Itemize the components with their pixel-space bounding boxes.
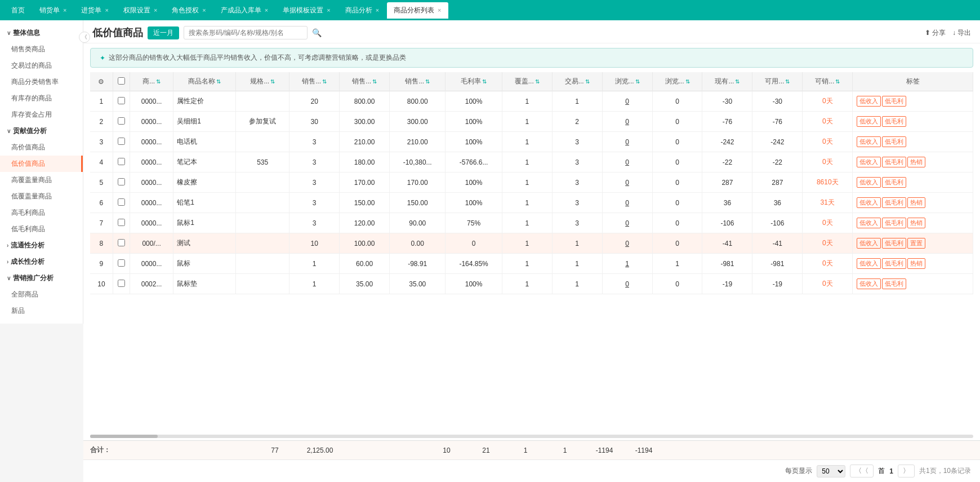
cell-views1[interactable]: 0 [602, 274, 652, 294]
cell-checkbox[interactable] [113, 173, 130, 193]
sidebar-item-low-coverage[interactable]: 低覆盖量商品 [0, 188, 83, 205]
row-checkbox[interactable] [118, 158, 125, 165]
nav-item-permissions[interactable]: 权限设置 × [117, 2, 164, 19]
sidebar-group-contribution[interactable]: ∨ 贡献值分析 [0, 123, 83, 139]
sidebar-item-category-sales[interactable]: 商品分类销售率 [0, 74, 83, 90]
period-button[interactable]: 近一月 [148, 26, 179, 39]
cell-sales-amt: 100.00 [340, 233, 390, 254]
nav-template-close[interactable]: × [327, 7, 330, 14]
cell-views1[interactable]: 0 [602, 91, 652, 112]
views1-link[interactable]: 0 [625, 118, 629, 126]
row-checkbox[interactable] [118, 178, 125, 185]
nav-template-label: 单据模板设置 [283, 6, 323, 15]
cell-sellable: 8610天 [803, 173, 853, 193]
nav-item-analysis-list[interactable]: 商品分析列表 × [387, 2, 448, 19]
cell-checkbox[interactable] [113, 132, 130, 152]
cell-coverage: 1 [502, 152, 552, 173]
nav-item-template[interactable]: 单据模板设置 × [276, 2, 337, 19]
views1-link[interactable]: 0 [625, 138, 629, 146]
sidebar-item-stocked-goods[interactable]: 有库存的商品 [0, 90, 83, 107]
sidebar-item-high-value[interactable]: 高价值商品 [0, 139, 83, 156]
cell-views1[interactable]: 1 [602, 254, 652, 274]
search-icon[interactable]: 🔍 [312, 28, 322, 37]
row-checkbox[interactable] [118, 117, 125, 125]
views1-link[interactable]: 0 [625, 240, 629, 247]
nav-item-roles[interactable]: 角色授权 × [165, 2, 212, 19]
cell-views1[interactable]: 0 [602, 233, 652, 254]
cell-checkbox[interactable] [113, 213, 130, 233]
cell-num: 9 [90, 254, 113, 274]
search-input[interactable] [184, 26, 308, 39]
sidebar-item-high-coverage[interactable]: 高覆盖量商品 [0, 172, 83, 188]
page-size-select[interactable]: 50 100 200 [817, 465, 845, 477]
views1-link[interactable]: 0 [625, 219, 629, 227]
export-button[interactable]: ↓ 导出 [952, 28, 971, 38]
sidebar-item-inventory-funds[interactable]: 库存资金占用 [0, 107, 83, 123]
sidebar-group-circulation[interactable]: › 流通性分析 [0, 237, 83, 254]
cell-checkbox[interactable] [113, 193, 130, 213]
views1-link[interactable]: 0 [625, 199, 629, 207]
horizontal-scrollbar[interactable] [90, 435, 973, 438]
cell-checkbox[interactable] [113, 233, 130, 254]
nav-purchase-close[interactable]: × [105, 7, 108, 14]
tag: 低收入 [857, 136, 881, 147]
nav-item-home[interactable]: 首页 [5, 2, 32, 19]
cell-views1[interactable]: 0 [602, 152, 652, 173]
scrollbar-thumb[interactable] [90, 435, 158, 438]
row-checkbox[interactable] [118, 280, 125, 287]
col-settings[interactable]: ⚙ [90, 72, 113, 91]
cell-checkbox[interactable] [113, 274, 130, 294]
nav-sales-close[interactable]: × [63, 7, 66, 14]
nav-analysis-list-close[interactable]: × [438, 7, 441, 14]
sidebar-item-all-goods[interactable]: 全部商品 [0, 286, 83, 303]
sidebar-group-marketing[interactable]: ∨ 营销推广分析 [0, 270, 83, 286]
cell-coverage: 1 [502, 193, 552, 213]
nav-item-products[interactable]: 产成品入库单 × [214, 2, 275, 19]
sidebar-group-overall[interactable]: ∨ 整体信息 [0, 25, 83, 41]
row-checkbox[interactable] [118, 198, 125, 206]
sidebar-item-low-margin[interactable]: 低毛利商品 [0, 221, 83, 237]
cell-views1[interactable]: 0 [602, 193, 652, 213]
sidebar-item-new-goods[interactable]: 新品 [0, 303, 83, 319]
row-checkbox[interactable] [118, 138, 125, 145]
cell-views1[interactable]: 0 [602, 213, 652, 233]
tag: 低收入 [857, 157, 881, 167]
sidebar-group-growth[interactable]: › 成长性分析 [0, 254, 83, 270]
cell-available: -981 [752, 254, 803, 274]
nav-products-close[interactable]: × [265, 7, 268, 14]
cell-checkbox[interactable] [113, 91, 130, 112]
next-page-button[interactable]: 〉 [898, 465, 915, 477]
sidebar-item-high-margin[interactable]: 高毛利商品 [0, 205, 83, 221]
views1-link[interactable]: 1 [625, 260, 629, 268]
nav-item-analysis[interactable]: 商品分析 × [338, 2, 386, 19]
cell-views1[interactable]: 0 [602, 173, 652, 193]
nav-analysis-close[interactable]: × [376, 7, 379, 14]
views1-link[interactable]: 0 [625, 179, 629, 187]
cell-checkbox[interactable] [113, 254, 130, 274]
row-checkbox[interactable] [118, 97, 125, 104]
row-checkbox[interactable] [118, 239, 125, 246]
main-layout: ∨ 整体信息 销售类商品 交易过的商品 商品分类销售率 有库存的商品 库存资金占… [0, 20, 980, 482]
cell-checkbox[interactable] [113, 152, 130, 173]
table-row: 2 0000... 吴细细1 参加复试 30 300.00 300.00 100… [90, 112, 973, 132]
nav-permissions-close[interactable]: × [154, 7, 157, 14]
cell-views1[interactable]: 0 [602, 112, 652, 132]
nav-item-purchase[interactable]: 进货单 × [74, 2, 115, 19]
cell-checkbox[interactable] [113, 112, 130, 132]
views1-link[interactable]: 0 [625, 158, 629, 166]
share-button[interactable]: ⬆ 分享 [925, 28, 946, 38]
row-checkbox[interactable] [118, 259, 125, 267]
sidebar-collapse-button[interactable]: 《 [79, 32, 90, 43]
sidebar-item-traded-goods[interactable]: 交易过的商品 [0, 58, 83, 74]
nav-item-sales[interactable]: 销货单 × [33, 2, 73, 19]
views1-link[interactable]: 0 [625, 98, 629, 105]
views1-link[interactable]: 0 [625, 280, 629, 288]
nav-roles-close[interactable]: × [202, 7, 206, 14]
col-checkbox[interactable] [113, 72, 130, 91]
row-checkbox[interactable] [118, 219, 125, 226]
sidebar-item-sales-goods[interactable]: 销售类商品 [0, 41, 83, 58]
select-all-checkbox[interactable] [118, 77, 125, 85]
cell-views1[interactable]: 0 [602, 132, 652, 152]
first-page-button[interactable]: 〈〈 [850, 465, 874, 477]
sidebar-item-low-value[interactable]: 低价值商品 [0, 156, 83, 172]
